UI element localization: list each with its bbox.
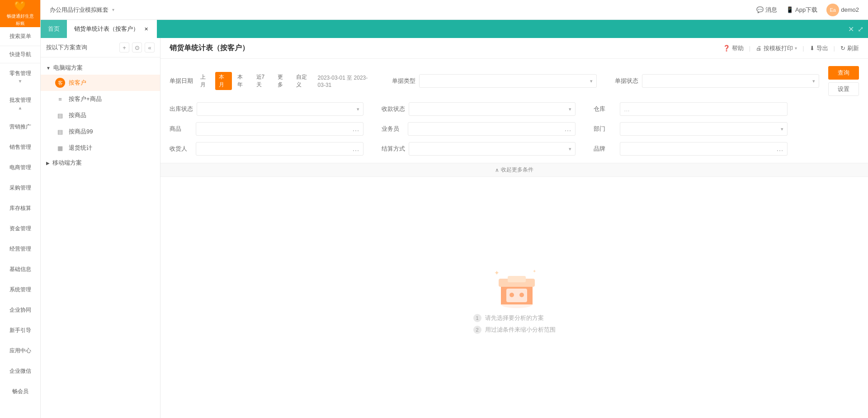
app-download-btn[interactable]: 📱 App下载 <box>786 6 817 14</box>
retail-label: 零售管理 <box>9 70 31 77</box>
sidebar-item-member[interactable]: 畅会员 <box>0 381 40 402</box>
marketing-label: 营销推广 <box>9 123 31 131</box>
tree-item-return-stats[interactable]: ▦ 退货统计 <box>41 140 160 156</box>
date-btn-more[interactable]: 更多 <box>274 72 291 90</box>
sidebar-item-sales[interactable]: 销售管理 <box>0 137 40 157</box>
sidebar-item-marketing[interactable]: 营销推广 <box>0 117 40 137</box>
sidebar-item-finance[interactable]: 资金管理 <box>0 218 40 239</box>
purchase-label: 采购管理 <box>9 184 31 192</box>
brand-filter-item: 品牌 … <box>594 142 788 156</box>
filter-row-2: 出库状态 ▾ 收款状态 ▾ <box>170 102 859 116</box>
sidebar-item-enterprise[interactable]: 企业协同 <box>0 300 40 320</box>
message-icon: 💬 <box>756 6 764 13</box>
department-arrow: ▾ <box>781 126 783 132</box>
svg-text:✦: ✦ <box>494 269 500 276</box>
window-close-icon[interactable]: ✕ <box>848 25 854 33</box>
sidebar-item-wechat[interactable]: 企业微信 <box>0 361 40 381</box>
print-btn[interactable]: 🖨 按模板打印 ▾ <box>756 44 797 52</box>
tree-parent-desktop[interactable]: ▼ 电脑端方案 <box>41 61 160 75</box>
query-btn[interactable]: 查询 <box>828 66 859 80</box>
industry-dropdown-arrow[interactable]: ▾ <box>112 7 114 12</box>
tab-home[interactable]: 首页 <box>41 20 67 38</box>
print-label: 按模板打印 <box>764 44 793 52</box>
mobile-label: 移动端方案 <box>52 159 82 167</box>
date-control: 上月 本月 本年 近7天 更多 自定义 2023-03-01 至 2023-03… <box>197 72 374 90</box>
sidebar-item-appcenter[interactable]: 应用中心 <box>0 341 40 361</box>
order-type-select[interactable]: ▾ <box>419 74 596 88</box>
sidebar-item-ecommerce[interactable]: 电商管理 <box>0 157 40 178</box>
return-stats-label: 退货统计 <box>69 144 92 152</box>
tab-sales-stat-label: 销货单统计表（按客户） <box>74 25 139 33</box>
out-status-select[interactable]: ▾ <box>197 102 363 116</box>
svg-text:✦: ✦ <box>533 269 536 274</box>
collapse-bar[interactable]: ∧ 收起更多条件 <box>160 163 868 177</box>
wholesale-label: 批发管理 <box>9 96 31 104</box>
sidebar-item-basic[interactable]: 基础信息 <box>0 259 40 280</box>
window-maximize-icon[interactable]: ⤢ <box>858 25 863 33</box>
salesperson-filter-item: 业务员 … <box>382 122 576 136</box>
order-status-arrow: ▾ <box>812 78 815 84</box>
tree-item-by-customer[interactable]: 客 按客户 <box>41 75 160 91</box>
receipt-status-select[interactable]: ▾ <box>409 102 576 116</box>
tree-item-by-product-99[interactable]: ▤ 按商品99 <box>41 124 160 140</box>
sidebar-item-retail[interactable]: 零售管理 ▼ <box>0 63 40 90</box>
inventory-label: 库存核算 <box>9 204 31 212</box>
logo[interactable]: 🧡 畅捷通好生意 标账 <box>0 0 41 27</box>
tree-parent-mobile[interactable]: ▶ 移动端方案 <box>41 156 160 170</box>
date-btn-custom[interactable]: 自定义 <box>292 72 314 90</box>
sidebar-item-inventory[interactable]: 库存核算 <box>0 198 40 218</box>
date-btn-this-year[interactable]: 本年 <box>234 72 250 90</box>
help-btn[interactable]: ❓ 帮助 <box>723 44 744 52</box>
order-status-select[interactable]: ▾ <box>642 74 819 88</box>
desktop-label: 电脑端方案 <box>53 64 83 72</box>
sidebar-item-newuser[interactable]: 新手引导 <box>0 320 40 341</box>
message-btn[interactable]: 💬 消息 <box>756 6 777 14</box>
refresh-btn[interactable]: ↻ 刷新 <box>840 44 859 52</box>
svg-point-7 <box>519 293 524 297</box>
payment-filter-item: 结算方式 ▾ <box>382 142 576 156</box>
sidebar-item-quick-nav[interactable]: 快捷导航 <box>0 46 40 63</box>
brand-select[interactable]: … <box>620 142 788 156</box>
sidebar-item-system[interactable]: 系统管理 <box>0 280 40 300</box>
topbar-right: 💬 消息 📱 App下载 Ea demo2 <box>756 4 859 16</box>
sidebar-item-wholesale[interactable]: 批发管理 ▲ <box>0 90 40 117</box>
tree-item-by-customer-product[interactable]: ≡ 按客户+商品 <box>41 91 160 107</box>
query-buttons: 查询 设置 <box>819 66 859 96</box>
date-btn-last-month[interactable]: 上月 <box>197 72 213 90</box>
refresh-label: 刷新 <box>847 44 859 52</box>
tab-close-btn[interactable]: ✕ <box>142 25 150 33</box>
consignee-select[interactable]: … <box>196 142 363 156</box>
page-header-actions: ❓ 帮助 | 🖨 按模板打印 ▾ | ⬇ 导出 | <box>723 44 859 58</box>
order-status-filter-item: 单据状态 ▾ <box>615 74 819 88</box>
tab-sales-stat[interactable]: 销货单统计表（按客户） ✕ <box>67 20 157 38</box>
edit-scheme-btn[interactable]: ⊙ <box>132 43 142 52</box>
user-menu[interactable]: Ea demo2 <box>826 4 859 16</box>
collapse-panel-btn[interactable]: « <box>145 43 155 52</box>
date-btn-7days[interactable]: 近7天 <box>253 72 272 90</box>
export-btn[interactable]: ⬇ 导出 <box>810 44 828 52</box>
warehouse-select[interactable]: … <box>620 102 788 116</box>
collapse-icon: ∧ <box>495 167 499 173</box>
department-select[interactable]: ▾ <box>620 122 788 136</box>
settings-btn[interactable]: 设置 <box>828 82 859 96</box>
app-download-icon: 📱 <box>786 6 793 13</box>
tip-2-num: 2 <box>473 326 481 334</box>
product-select[interactable]: … <box>196 122 363 136</box>
main: 办公用品行业模拟账套 ▾ 💬 消息 📱 App下载 Ea demo2 首页 <box>41 0 868 418</box>
date-range: 2023-03-01 至 2023-03-31 <box>318 74 374 88</box>
date-filter-item: 单据日期 上月 本月 本年 近7天 更多 自定义 2023-03-01 至 20… <box>170 72 374 90</box>
industry-name[interactable]: 办公用品行业模拟账套 <box>50 6 108 14</box>
add-scheme-btn[interactable]: + <box>119 43 129 52</box>
payment-select[interactable]: ▾ <box>409 142 576 156</box>
consignee-filter-item: 收货人 … <box>170 142 363 156</box>
sidebar-item-operations[interactable]: 经营管理 <box>0 239 40 259</box>
sidebar-item-purchase[interactable]: 采购管理 <box>0 178 40 198</box>
date-btn-this-month[interactable]: 本月 <box>215 72 232 90</box>
message-label: 消息 <box>765 6 777 14</box>
receipt-status-filter-item: 收款状态 ▾ <box>382 102 576 116</box>
tip-1-num: 1 <box>473 314 481 322</box>
sidebar-item-search-menu[interactable]: 搜索菜单 <box>0 27 40 46</box>
salesperson-select[interactable]: … <box>408 122 576 136</box>
tree-item-by-product[interactable]: ▤ 按商品 <box>41 107 160 124</box>
tab-maximize-area: ✕ ⤢ <box>848 25 863 33</box>
